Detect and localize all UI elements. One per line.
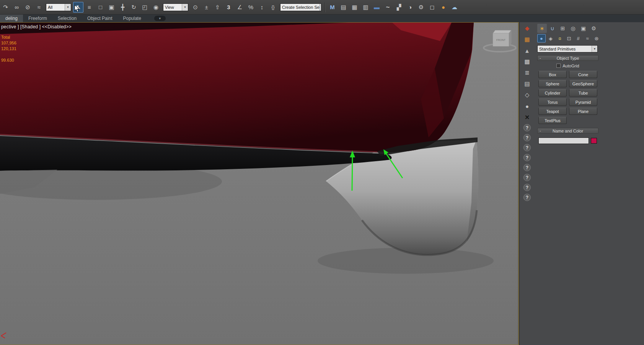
object-name-input[interactable] bbox=[538, 137, 589, 144]
rendered-frame-window-icon[interactable]: ◻ bbox=[427, 2, 437, 13]
tab-utilities[interactable]: ⚙ bbox=[589, 24, 598, 33]
chevron-down-icon[interactable]: ▾ bbox=[182, 4, 188, 11]
teapot-outline-icon[interactable]: ◇ bbox=[522, 91, 532, 99]
tab-object-paint[interactable]: Object Paint bbox=[82, 15, 117, 22]
help-icon[interactable]: ? bbox=[523, 194, 531, 201]
select-and-manipulate-icon[interactable]: ± bbox=[201, 2, 212, 13]
edit-named-selection-sets-icon[interactable]: {} bbox=[268, 2, 278, 13]
keyboard-override-toggle-icon[interactable]: ⇧ bbox=[212, 2, 223, 13]
category-lights[interactable]: ¤ bbox=[556, 34, 564, 43]
object-type-button[interactable]: Sphere bbox=[538, 80, 567, 87]
layers-icon[interactable]: ≣ bbox=[522, 69, 532, 77]
checker-icon[interactable]: ▩ bbox=[522, 57, 532, 66]
autogrid-checkbox[interactable] bbox=[556, 64, 561, 68]
layer-explorer-icon[interactable]: ▥ bbox=[360, 2, 371, 13]
object-type-button[interactable]: Box bbox=[538, 71, 567, 78]
help-icon[interactable]: ? bbox=[523, 144, 531, 151]
tab-hierarchy[interactable]: ⊞ bbox=[558, 24, 567, 33]
redo-icon[interactable]: ↷ bbox=[0, 2, 11, 13]
object-color-swatch[interactable] bbox=[591, 138, 597, 144]
schematic-view-icon[interactable]: ▞ bbox=[394, 2, 404, 13]
category-shapes[interactable]: ◈ bbox=[546, 34, 555, 43]
selection-filter-dropdown[interactable]: All ▾ bbox=[46, 3, 71, 11]
ribbon-options-button[interactable]: ▾ bbox=[154, 16, 166, 21]
mirror-icon[interactable]: M bbox=[327, 2, 337, 13]
object-type-button[interactable]: Plane bbox=[569, 108, 597, 115]
select-and-rotate-icon[interactable]: ↻ bbox=[129, 2, 139, 13]
select-by-name-icon[interactable]: ≡ bbox=[84, 2, 95, 13]
help-icon[interactable]: ? bbox=[523, 164, 531, 171]
primitive-category-dropdown[interactable]: Standard Primitives ▾ bbox=[537, 45, 598, 52]
object-type-button[interactable]: TextPlus bbox=[538, 117, 567, 124]
use-pivot-point-center-icon[interactable]: ⊙ bbox=[190, 2, 201, 13]
grid-icon[interactable]: ▤ bbox=[522, 80, 532, 88]
tab-modeling[interactable]: deling bbox=[0, 15, 23, 22]
help-icon[interactable]: ? bbox=[523, 124, 531, 131]
teapot-icon[interactable]: ◆ bbox=[522, 24, 532, 33]
category-space-warps[interactable]: ≈ bbox=[583, 34, 592, 43]
object-type-button[interactable]: Pyramid bbox=[569, 98, 597, 106]
curve-editor-icon[interactable]: ~ bbox=[383, 2, 393, 13]
help-icon[interactable]: ? bbox=[523, 174, 531, 181]
tab-populate[interactable]: Populate bbox=[117, 15, 146, 22]
percent-snap-icon[interactable]: % bbox=[246, 2, 256, 13]
chevron-down-icon[interactable]: ▾ bbox=[65, 4, 71, 11]
perspective-viewport[interactable]: FRONT pective ] [Shaded ] <<Disabled>> T… bbox=[0, 22, 519, 345]
archive-icon[interactable]: ▦ bbox=[522, 35, 532, 44]
render-production-icon[interactable]: ● bbox=[438, 2, 448, 13]
tab-freeform[interactable]: Freeform bbox=[23, 15, 52, 22]
unlink-selection-icon[interactable]: ⊘ bbox=[23, 2, 33, 13]
category-helpers[interactable]: # bbox=[574, 34, 582, 43]
select-object-button[interactable]: ↖ bbox=[73, 2, 83, 13]
window-crossing-toggle-icon[interactable]: ▣ bbox=[106, 2, 117, 13]
object-type-button[interactable]: GeoSphere bbox=[569, 80, 597, 87]
named-selection-sets-dropdown[interactable]: Create Selection Se ▾ bbox=[280, 3, 321, 11]
object-type-button[interactable]: Tube bbox=[569, 89, 597, 96]
category-cameras[interactable]: ⊡ bbox=[565, 34, 573, 43]
select-and-link-icon[interactable]: ∞ bbox=[11, 2, 22, 13]
reference-coordinate-value: View bbox=[165, 5, 174, 10]
spinner-snap-icon[interactable]: ↕ bbox=[257, 2, 267, 13]
chevron-down-icon[interactable]: ▾ bbox=[592, 46, 597, 52]
object-type-button[interactable]: Teapot bbox=[538, 108, 567, 115]
category-geometry[interactable]: ● bbox=[537, 34, 546, 43]
object-type-button[interactable]: Cylinder bbox=[538, 89, 567, 96]
object-type-rollout-header[interactable]: - Object Type bbox=[537, 55, 598, 61]
object-type-button[interactable]: Torus bbox=[538, 98, 567, 106]
sphere-icon[interactable]: ● bbox=[522, 102, 532, 110]
tab-modify[interactable]: ∪ bbox=[548, 24, 557, 33]
help-icon[interactable]: ? bbox=[523, 134, 531, 141]
render-setup-icon[interactable]: ⚙ bbox=[416, 2, 426, 13]
select-and-scale-icon[interactable]: ◰ bbox=[140, 2, 150, 13]
category-systems[interactable]: ⊛ bbox=[592, 34, 601, 43]
align-icon[interactable]: ▤ bbox=[338, 2, 349, 13]
close-icon[interactable]: × bbox=[522, 113, 532, 121]
select-and-place-icon[interactable]: ◉ bbox=[151, 2, 161, 13]
angle-snap-icon[interactable]: ∠ bbox=[235, 2, 245, 13]
chevron-down-icon[interactable]: ▾ bbox=[320, 4, 321, 11]
help-icon[interactable]: ? bbox=[523, 154, 531, 161]
select-and-move-icon[interactable]: ╋ bbox=[117, 2, 128, 13]
snaps-toggle-icon[interactable]: 3 bbox=[223, 2, 234, 13]
material-editor-icon[interactable]: ◑ bbox=[405, 2, 415, 13]
statistics-line: 120,131 bbox=[1, 46, 16, 52]
statistics-line: 107,956 bbox=[1, 40, 16, 46]
bind-to-space-warp-icon[interactable]: ≈ bbox=[34, 2, 44, 13]
collapse-icon: - bbox=[540, 128, 541, 133]
object-type-button[interactable]: Cone bbox=[569, 71, 597, 78]
tab-create[interactable]: ∗ bbox=[537, 24, 547, 33]
viewport-label[interactable]: pective ] [Shaded ] <<Disabled>> bbox=[1, 24, 72, 29]
scene-explorer-icon[interactable]: ▦ bbox=[349, 2, 360, 13]
name-and-color-rollout-header[interactable]: - Name and Color bbox=[537, 128, 598, 134]
tab-motion[interactable]: ◎ bbox=[568, 24, 578, 33]
help-icon[interactable]: ? bbox=[523, 184, 531, 191]
tab-display[interactable]: ▣ bbox=[579, 24, 588, 33]
render-cloud-icon[interactable]: ☁ bbox=[449, 2, 460, 13]
viewport-3d-scene[interactable]: FRONT bbox=[0, 23, 518, 345]
primitive-category-value: Standard Primitives bbox=[539, 47, 576, 51]
rectangular-selection-region-icon[interactable]: □ bbox=[95, 2, 106, 13]
pyramid-icon[interactable]: ▲ bbox=[522, 46, 532, 55]
tab-selection[interactable]: Selection bbox=[52, 15, 82, 22]
toggle-ribbon-icon[interactable]: ▬ bbox=[372, 2, 382, 13]
reference-coordinate-dropdown[interactable]: View ▾ bbox=[163, 3, 188, 11]
